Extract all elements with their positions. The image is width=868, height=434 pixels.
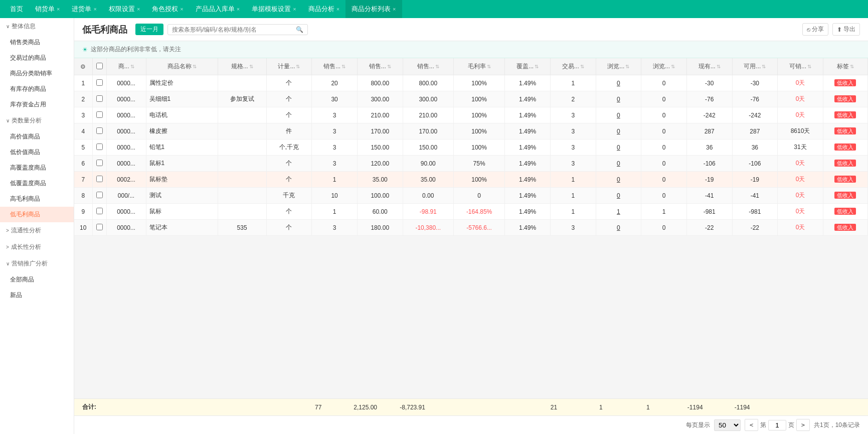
close-icon[interactable]: × <box>336 6 339 12</box>
next-page-button[interactable]: ＞ <box>796 419 810 431</box>
col-sales-profit[interactable]: 销售...⇅ <box>403 58 453 75</box>
sidebar-group-growth-title[interactable]: > 成长性分析 <box>0 239 74 255</box>
row-transaction: 1 <box>550 75 596 91</box>
row-sales-profit: 800.00 <box>403 75 453 91</box>
filter-recent-month-button[interactable]: 近一月 <box>135 24 163 35</box>
tag-badge: 低收入 <box>834 95 856 102</box>
nav-product-analysis[interactable]: 商品分析 × <box>302 0 345 18</box>
export-button[interactable]: ⬆ 导出 <box>832 23 860 36</box>
row-checkbox[interactable] <box>96 160 103 166</box>
col-code[interactable]: 商...⇅ <box>106 58 146 75</box>
row-code: 000/... <box>106 188 146 204</box>
col-unit[interactable]: 计量...⇅ <box>266 58 312 75</box>
row-checkbox[interactable] <box>96 208 103 214</box>
total-browse2: 1 <box>624 404 671 411</box>
row-checkbox[interactable] <box>96 111 103 118</box>
col-saleable[interactable]: 可销...⇅ <box>778 58 823 75</box>
sidebar-group-marketing-title[interactable]: ∨ 营销推广分析 <box>0 255 74 272</box>
nav-home[interactable]: 首页 <box>4 0 29 18</box>
col-tag[interactable]: 标签⇅ <box>823 58 867 75</box>
nav-product-entry[interactable]: 产品品入库单 × <box>190 0 246 18</box>
row-checkbox[interactable] <box>96 192 103 198</box>
sidebar-group-circulation: > 流通性分析 <box>0 222 74 239</box>
row-sales-amount: 35.00 <box>357 172 403 188</box>
nav-sales-order[interactable]: 销货单 × <box>29 0 66 18</box>
close-icon[interactable]: × <box>137 6 140 12</box>
sidebar-item-category-rate[interactable]: 商品分类助销率 <box>0 66 74 81</box>
col-browse1[interactable]: 浏览...⇅ <box>596 58 641 75</box>
row-checkbox[interactable] <box>96 79 103 86</box>
col-coverage[interactable]: 覆盖...⇅ <box>505 58 551 75</box>
col-gross-margin[interactable]: 毛利率⇅ <box>453 58 504 75</box>
sidebar-item-low-value[interactable]: 低价值商品 <box>0 144 74 160</box>
close-icon[interactable]: × <box>57 6 60 12</box>
nav-product-analysis-list[interactable]: 商品分析列表 × <box>345 0 402 18</box>
sidebar-item-low-margin[interactable]: 低毛利商品 <box>0 207 74 222</box>
row-available: -242 <box>732 107 778 123</box>
row-checkbox[interactable] <box>96 95 103 102</box>
sidebar-item-stocked-products[interactable]: 有库存的商品 <box>0 81 74 97</box>
row-tag: 低收入 <box>823 156 867 172</box>
page-size-select[interactable]: 50 100 200 <box>714 419 741 431</box>
share-button[interactable]: ⎋ 分享 <box>802 23 828 36</box>
sidebar-item-high-coverage[interactable]: 高覆盖度商品 <box>0 160 74 176</box>
row-index: 4 <box>74 123 92 139</box>
sort-icon: ⇅ <box>249 64 253 69</box>
row-index: 7 <box>74 172 92 188</box>
row-checkbox[interactable] <box>96 143 103 150</box>
row-gross-margin: 75% <box>453 156 504 172</box>
sidebar-group-overall-title[interactable]: ∨ 整体信息 <box>0 18 74 35</box>
close-icon[interactable]: × <box>393 6 396 12</box>
sidebar-item-high-margin[interactable]: 高毛利商品 <box>0 191 74 207</box>
sidebar-item-sales-products[interactable]: 销售类商品 <box>0 35 74 50</box>
prev-page-button[interactable]: ＜ <box>745 419 758 431</box>
sidebar-item-low-coverage[interactable]: 低覆盖度商品 <box>0 176 74 191</box>
table-body: 1 0000... 属性定价 个 20 800.00 800.00 100% 1… <box>74 75 868 236</box>
row-checkbox[interactable] <box>96 127 103 134</box>
col-spec[interactable]: 规格...⇅ <box>218 58 266 75</box>
row-available: -106 <box>732 156 778 172</box>
col-browse2[interactable]: 浏览...⇅ <box>641 58 687 75</box>
col-settings[interactable]: ⚙ <box>74 58 92 75</box>
col-name[interactable]: 商品名称⇅ <box>146 58 218 75</box>
sidebar-group-circulation-title[interactable]: > 流通性分析 <box>0 222 74 239</box>
sidebar-item-capital-usage[interactable]: 库存资金占用 <box>0 97 74 112</box>
row-name: 属性定价 <box>146 75 218 91</box>
select-all-checkbox[interactable] <box>96 63 103 69</box>
row-sales-amount: 60.00 <box>357 204 403 220</box>
row-browse2: 0 <box>641 172 687 188</box>
sidebar-item-traded-products[interactable]: 交易过的商品 <box>0 50 74 66</box>
close-icon[interactable]: × <box>293 6 296 12</box>
row-checkbox[interactable] <box>96 224 103 230</box>
sidebar-group-quantity-title[interactable]: ∨ 类数量分析 <box>0 112 74 129</box>
sidebar-item-new-products[interactable]: 新品 <box>0 287 74 303</box>
row-sales-qty: 30 <box>312 91 358 107</box>
row-unit: 个 <box>266 204 312 220</box>
nav-template-settings[interactable]: 单据模板设置 × <box>246 0 302 18</box>
close-icon[interactable]: × <box>237 6 240 12</box>
sidebar-item-all-products[interactable]: 全部商品 <box>0 272 74 287</box>
row-spec <box>218 107 266 123</box>
row-transaction: 3 <box>550 156 596 172</box>
col-current-stock[interactable]: 现有...⇅ <box>686 58 732 75</box>
row-code: 0000... <box>106 91 146 107</box>
col-sales-amount[interactable]: 销售...⇅ <box>357 58 403 75</box>
col-available[interactable]: 可用...⇅ <box>732 58 778 75</box>
close-icon[interactable]: × <box>180 6 183 12</box>
sidebar-item-high-value[interactable]: 高价值商品 <box>0 129 74 144</box>
tag-badge: 低收入 <box>834 160 856 167</box>
close-icon[interactable]: × <box>93 6 96 12</box>
row-checkbox[interactable] <box>96 176 103 182</box>
row-gross-margin: 100% <box>453 107 504 123</box>
nav-role-auth[interactable]: 角色授权 × <box>146 0 189 18</box>
col-sales-qty[interactable]: 销售...⇅ <box>312 58 358 75</box>
col-transaction[interactable]: 交易...⇅ <box>550 58 596 75</box>
nav-permission-settings[interactable]: 权限设置 × <box>103 0 146 18</box>
page-number-input[interactable] <box>768 420 786 430</box>
settings-icon: ⚙ <box>80 63 86 70</box>
export-icon: ⬆ <box>837 26 842 33</box>
search-input[interactable] <box>172 26 296 33</box>
row-spec: 535 <box>218 220 266 236</box>
row-saleable: 0天 <box>778 107 823 123</box>
nav-purchase-order[interactable]: 进货单 × <box>66 0 102 18</box>
